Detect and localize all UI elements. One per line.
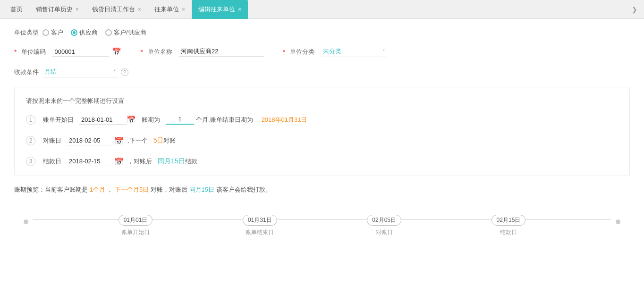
timeline-sublabel-3: 对账日 <box>376 228 393 236</box>
unit-class-select[interactable]: 未分类 ˅ <box>321 46 387 57</box>
tab-cash-work[interactable]: 钱货日清工作台 × <box>85 0 148 19</box>
preview-part4: 同月15日 <box>189 186 214 193</box>
setting-row-1: 1 账单开始日 📅 账期为 个月,账单结束日期为 2018年01月31日 <box>26 115 618 125</box>
label-reconcile-date: 对账日 <box>43 136 61 145</box>
tab-close-partner[interactable]: × <box>182 6 185 13</box>
timeline-item-4: 02月15日 结款日 <box>491 215 526 236</box>
unit-fields-row: * 单位编码 📅 * 单位名称 * 单位分类 未分类 ˅ <box>14 46 630 57</box>
unit-code-input[interactable] <box>52 47 109 57</box>
step-2: 2 <box>26 136 35 145</box>
tab-sales-history[interactable]: 销售订单历史 × <box>29 0 85 19</box>
unit-class-label: 单位分类 <box>290 48 314 56</box>
period-value-input[interactable] <box>166 115 194 125</box>
reconcile-prefix: ,下一个 <box>127 136 148 145</box>
payment-select[interactable]: 月结 ˅ <box>42 67 118 77</box>
timeline-start-dot <box>24 215 28 224</box>
reconcile-suffix: 对账 <box>163 136 176 145</box>
timeline-item-3: 02月05日 对账日 <box>367 215 401 236</box>
unit-class-group: * 单位分类 未分类 ˅ <box>283 46 387 57</box>
radio-circle-supplier <box>71 29 77 36</box>
unit-code-label: 单位编码 <box>21 48 46 56</box>
timeline-item-1: 01月01日 账单开始日 <box>119 215 153 236</box>
star-name: * <box>140 48 143 56</box>
payment-value: 月结 <box>44 68 113 76</box>
tab-home[interactable]: 首页 <box>4 0 29 19</box>
period-label: 账期为 <box>142 116 160 124</box>
tab-close-cash-work[interactable]: × <box>138 6 141 13</box>
tab-close-sales-history[interactable]: × <box>76 6 79 13</box>
step-1: 1 <box>26 115 35 125</box>
tab-partner[interactable]: 往来单位 × <box>148 0 192 19</box>
chevron-down-icon-payment: ˅ <box>113 69 116 75</box>
timeline-sublabel-4: 结款日 <box>500 228 517 236</box>
timeline-container: 01月01日 账单开始日 01月31日 账单结束日 02月05日 对账日 02月… <box>14 207 630 236</box>
timeline-node-3: 02月05日 <box>367 215 401 226</box>
radio-both[interactable]: 客户/供应商 <box>105 28 146 37</box>
label-start-date: 账单开始日 <box>43 116 74 124</box>
unit-type-label: 单位类型 <box>14 28 39 37</box>
timeline-node-4: 02月15日 <box>491 215 526 226</box>
unit-name-input[interactable] <box>179 47 264 57</box>
tabs-nav-arrow[interactable]: ❯ <box>629 0 640 19</box>
payment-row: 收款条件 月结 ˅ ? <box>14 67 630 77</box>
unit-class-value: 未分类 <box>323 47 382 56</box>
payment-suffix: 结款 <box>185 157 197 166</box>
payment-date-input[interactable] <box>67 157 114 166</box>
payment-highlight: 同月15日 <box>158 157 185 166</box>
radio-label-customer: 客户 <box>51 28 63 37</box>
panel-title: 请按照未来的一个完整帐期进行设置 <box>26 97 618 105</box>
settings-panel: 请按照未来的一个完整帐期进行设置 1 账单开始日 📅 账期为 个月,账单结束日期… <box>14 87 630 176</box>
radio-circle-both <box>105 29 112 36</box>
start-date-input[interactable] <box>79 115 127 125</box>
preview-prefix: 账期预览：当前客户账期是 <box>14 186 88 193</box>
chevron-down-icon: ˅ <box>382 49 385 55</box>
period-end-date: 2018年01月31日 <box>262 116 307 124</box>
preview-comma1: ， <box>107 186 113 193</box>
timeline-end-dot <box>616 215 620 224</box>
tab-edit-partner[interactable]: 编辑往来单位 × <box>192 0 248 19</box>
preview-part3: 对账，对账后 <box>151 186 187 193</box>
preview-part1: 1个月 <box>90 186 105 193</box>
star-class: * <box>283 48 285 56</box>
reconcile-highlight: 5日 <box>153 136 164 145</box>
timeline-node-2: 01月31日 <box>243 215 277 226</box>
radio-circle-customer <box>42 29 49 36</box>
timeline-item-2: 01月31日 账单结束日 <box>243 215 277 236</box>
radio-customer[interactable]: 客户 <box>42 28 63 37</box>
calendar-icon-start[interactable]: 📅 <box>127 115 136 124</box>
preview-suffix: 该客户会给我打款。 <box>216 186 271 193</box>
timeline-sublabel-2: 账单结束日 <box>246 228 274 236</box>
payment-prefix: ，对账后 <box>127 157 152 166</box>
timeline-nodes: 01月01日 账单开始日 01月31日 账单结束日 02月05日 对账日 02月… <box>24 215 620 236</box>
unit-name-group: * 单位名称 <box>140 47 263 57</box>
dot-end <box>616 219 620 224</box>
period-unit: 个月,账单结束日期为 <box>196 116 253 124</box>
preview-part2: 下一个月5日 <box>115 186 149 193</box>
page-content: 单位类型 客户 供应商 客户/供应商 * 单位编码 📅 * 单位名称 <box>0 19 644 287</box>
label-payment-date: 结款日 <box>43 157 61 166</box>
timeline-node-1: 01月01日 <box>119 215 153 226</box>
radio-group-unit-type: 客户 供应商 客户/供应商 <box>42 28 146 37</box>
star-code: * <box>14 48 17 56</box>
radio-label-both: 客户/供应商 <box>114 28 146 37</box>
setting-row-2: 2 对账日 📅 ,下一个 5日 对账 <box>26 136 618 145</box>
tabs-bar: 首页 销售订单历史 × 钱货日清工作台 × 往来单位 × 编辑往来单位 × ❯ <box>0 0 644 19</box>
calendar-icon-code[interactable]: 📅 <box>112 47 121 56</box>
calendar-icon-payment[interactable]: 📅 <box>114 157 124 166</box>
dot-start <box>24 219 28 224</box>
radio-supplier[interactable]: 供应商 <box>71 28 98 37</box>
unit-code-group: * 单位编码 📅 <box>14 47 121 57</box>
help-icon[interactable]: ? <box>121 68 128 76</box>
timeline-sublabel-1: 账单开始日 <box>121 228 150 236</box>
unit-name-label: 单位名称 <box>148 48 172 56</box>
setting-row-3: 3 结款日 📅 ，对账后 同月15日 结款 <box>26 157 618 166</box>
unit-type-row: 单位类型 客户 供应商 客户/供应商 <box>14 28 630 37</box>
calendar-icon-reconcile[interactable]: 📅 <box>114 136 124 145</box>
preview-text: 账期预览：当前客户账期是 1个月 ， 下一个月5日 对账，对账后 同月15日 该… <box>14 186 630 194</box>
step-3: 3 <box>26 157 35 166</box>
radio-label-supplier: 供应商 <box>79 28 98 37</box>
tab-close-edit-partner[interactable]: × <box>238 6 241 13</box>
payment-label: 收款条件 <box>14 68 39 76</box>
reconcile-date-input[interactable] <box>67 136 114 145</box>
